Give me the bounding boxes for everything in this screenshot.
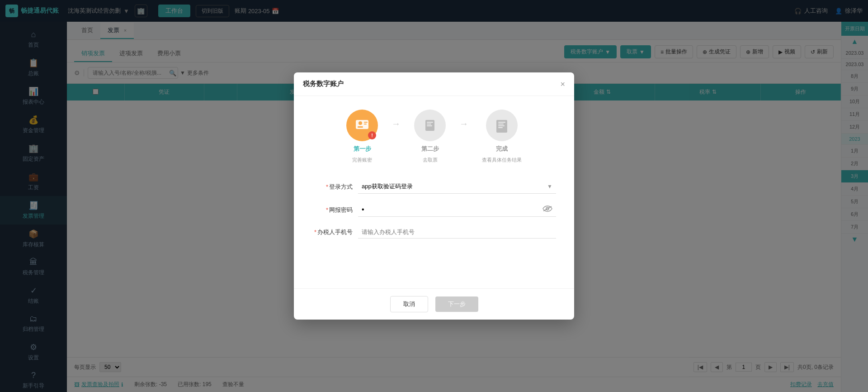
login-method-row: 登录方式 app获取验证码登录 ▼ — [312, 180, 556, 194]
step-3-desc: 查看具体任务结果 — [482, 157, 522, 163]
login-method-selector[interactable]: app获取验证码登录 ▼ — [358, 180, 556, 194]
step-3-icon — [486, 110, 518, 141]
steps-container: ! 第一步 完善账密 → — [312, 110, 556, 163]
password-input[interactable] — [362, 206, 539, 214]
svg-rect-4 — [364, 124, 367, 124]
modal-body: ! 第一步 完善账密 → — [294, 96, 574, 288]
svg-rect-13 — [498, 127, 503, 128]
step-arrow-1: → — [378, 119, 414, 129]
phone-input[interactable] — [362, 229, 552, 235]
modal-title: 税务数字账户 — [303, 80, 344, 88]
modal-dialog: 税务数字账户 × ! — [294, 72, 574, 320]
svg-rect-7 — [427, 124, 431, 124]
svg-rect-8 — [427, 125, 432, 126]
step-arrow-2: → — [446, 119, 482, 129]
svg-point-1 — [359, 121, 362, 125]
modal-header: 税务数字账户 × — [294, 72, 574, 96]
next-btn[interactable]: 下一步 — [435, 296, 478, 312]
cancel-btn[interactable]: 取消 — [390, 296, 428, 312]
modal-close-btn[interactable]: × — [560, 80, 565, 88]
step-1-desc: 完善账密 — [352, 157, 372, 163]
step-3-svg — [494, 117, 510, 134]
login-method-label: 登录方式 — [312, 183, 353, 191]
step-1-badge: ! — [368, 131, 376, 139]
step-2-desc: 去取票 — [423, 157, 438, 163]
step-3-label: 完成 — [496, 145, 508, 153]
step-1: ! 第一步 完善账密 — [346, 110, 378, 163]
password-field — [358, 203, 556, 217]
eye-icon[interactable] — [542, 206, 552, 214]
phone-row: 办税人手机号 — [312, 226, 556, 239]
svg-rect-12 — [498, 125, 505, 126]
login-method-arrow-icon: ▼ — [547, 183, 552, 190]
step-1-svg — [354, 117, 370, 134]
password-row: 网报密码 — [312, 203, 556, 217]
modal-footer: 取消 下一步 — [294, 288, 574, 320]
step-2-svg — [422, 117, 438, 134]
svg-rect-2 — [358, 126, 363, 128]
modal-overlay: 税务数字账户 × ! — [0, 0, 868, 392]
step-1-label: 第一步 — [354, 145, 371, 153]
spacer — [312, 248, 556, 275]
svg-rect-11 — [498, 124, 504, 124]
step-2-label: 第二步 — [421, 145, 439, 153]
step-1-badge-text: ! — [371, 133, 373, 138]
phone-field — [358, 226, 556, 239]
svg-rect-3 — [364, 122, 368, 123]
step-1-icon: ! — [346, 110, 378, 141]
step-2: 第二步 去取票 — [414, 110, 446, 163]
svg-rect-6 — [427, 122, 433, 123]
svg-rect-10 — [498, 122, 505, 123]
step-2-icon — [414, 110, 446, 141]
phone-label: 办税人手机号 — [312, 228, 353, 236]
login-method-value: app获取验证码登录 — [362, 182, 413, 191]
password-label: 网报密码 — [312, 206, 353, 214]
step-3: 完成 查看具体任务结果 — [482, 110, 522, 163]
